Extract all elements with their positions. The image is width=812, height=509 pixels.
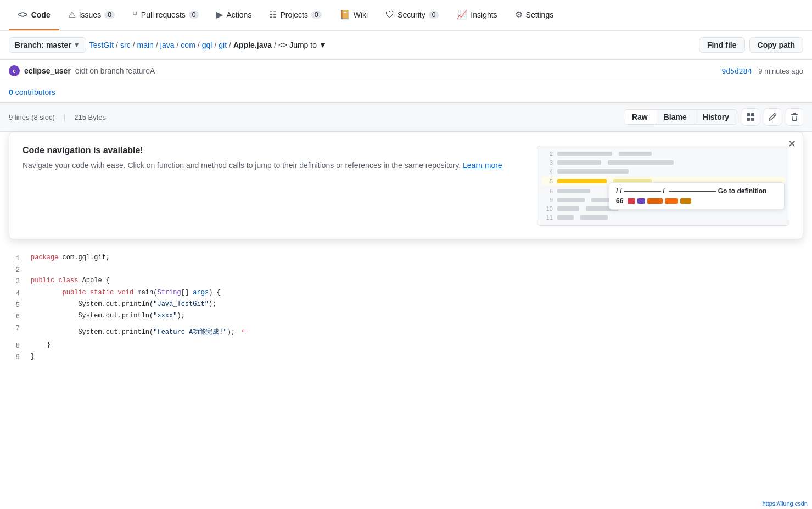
color-dot-red: [628, 198, 635, 204]
file-size: 215 Bytes: [74, 113, 106, 121]
issues-icon: ⚠: [68, 9, 76, 20]
code-line-5: 5 System.out.println("Java_TestGit");: [0, 299, 812, 311]
color-dot-orange3: [680, 198, 691, 204]
breadcrumb-path: TestGIt / src / main / java / com / gql …: [89, 41, 327, 49]
color-dot-purple: [637, 198, 645, 204]
code-line-9: 9 }: [0, 351, 812, 363]
learn-more-link[interactable]: Learn more: [463, 161, 502, 170]
breadcrumb-git[interactable]: git: [219, 41, 227, 49]
popup-title: Code navigation is available!: [23, 146, 524, 155]
jump-to[interactable]: <> Jump to ▼: [278, 41, 327, 49]
code-nav-popup: Code navigation is available! Navigate y…: [9, 132, 803, 239]
breadcrumb-right: Find file Copy path: [699, 37, 803, 53]
security-badge: 0: [429, 11, 439, 19]
color-dot-orange2: [665, 198, 678, 204]
red-arrow: ←: [235, 322, 248, 340]
breadcrumb-main[interactable]: main: [137, 41, 154, 49]
wiki-icon: 📔: [339, 9, 350, 20]
security-icon: 🛡: [385, 10, 394, 20]
nav-code[interactable]: <> Code: [9, 0, 59, 30]
chevron-down-icon: ▼: [74, 41, 80, 49]
code-line-1: 1 package com.gql.git;: [0, 253, 812, 264]
preview-line-11: 11: [542, 214, 785, 221]
code-line-6: 6 System.out.println("xxxx");: [0, 311, 812, 322]
branch-name: master: [46, 41, 71, 49]
popup-preview: 2 3 4 5 6: [537, 146, 789, 226]
code-icon: <>: [18, 10, 28, 20]
nav-security-label: Security: [397, 10, 425, 19]
history-button[interactable]: History: [695, 109, 737, 125]
code-line-3: 3 public class Apple {: [0, 276, 812, 287]
breadcrumb-repo[interactable]: TestGIt: [89, 41, 114, 49]
code-line-4: 4 public static void main(String[] args)…: [0, 288, 812, 299]
file-info-bar: 9 lines (8 sloc) | 215 Bytes Raw Blame H…: [0, 103, 812, 132]
branch-label: Branch:: [15, 41, 44, 49]
raw-button[interactable]: Raw: [624, 109, 656, 125]
contributors-link[interactable]: 0 contributors: [9, 88, 55, 97]
preview-line-2: 2: [542, 150, 785, 157]
contributors-bar: 0 contributors: [0, 82, 812, 103]
edit-icon-button[interactable]: [764, 108, 781, 126]
breadcrumb-src[interactable]: src: [120, 41, 131, 49]
jump-to-label: <> Jump to: [278, 41, 317, 49]
avatar: e: [9, 65, 20, 76]
nav-settings-label: Settings: [526, 10, 554, 19]
nav-pullrequests[interactable]: ⑂ Pull requests 0: [124, 0, 208, 30]
code-line-8: 8 }: [0, 340, 812, 351]
code-line-2: 2: [0, 264, 812, 276]
nav-issues-label: Issues: [79, 10, 101, 19]
code-container: Code navigation is available! Navigate y…: [0, 132, 812, 363]
nav-settings[interactable]: ⚙ Settings: [506, 0, 563, 30]
commit-left: e eclipse_user eidt on branch featureA: [9, 65, 155, 76]
projects-icon: ☷: [269, 9, 277, 20]
breadcrumb-filename: Apple.java: [233, 41, 272, 49]
nav-pr-label: Pull requests: [141, 10, 186, 19]
code-nav-tooltip: / / ──────── / ────────── Go to definiti…: [609, 182, 785, 210]
nav-projects[interactable]: ☷ Projects 0: [260, 0, 330, 30]
nav-actions[interactable]: ▶ Actions: [208, 0, 260, 30]
nav-actions-label: Actions: [226, 10, 251, 19]
popup-desc: Navigate your code with ease. Click on f…: [23, 160, 524, 171]
branch-selector[interactable]: Branch: master ▼: [9, 37, 86, 53]
commit-author[interactable]: eclipse_user: [24, 66, 71, 75]
code-line-7: 7 System.out.println("Feature A功能完成!"); …: [0, 322, 812, 340]
nav-wiki-label: Wiki: [354, 10, 368, 19]
display-icon-button[interactable]: [742, 108, 759, 126]
breadcrumb-java[interactable]: java: [160, 41, 175, 49]
nav-insights-label: Insights: [471, 10, 497, 19]
breadcrumb-bar: Branch: master ▼ TestGIt / src / main / …: [0, 31, 812, 60]
copy-path-button[interactable]: Copy path: [749, 37, 803, 53]
svg-rect-0: [747, 113, 750, 116]
nav-wiki[interactable]: 📔 Wiki: [331, 0, 377, 30]
commit-message: eidt on branch featureA: [75, 66, 155, 75]
breadcrumb-com[interactable]: com: [181, 41, 195, 49]
svg-rect-3: [751, 118, 754, 121]
preview-lines: 2 3 4 5 6: [542, 150, 785, 221]
nav-issues[interactable]: ⚠ Issues 0: [59, 0, 124, 30]
nav-code-label: Code: [31, 10, 51, 19]
top-nav: <> Code ⚠ Issues 0 ⑂ Pull requests 0 ▶ A…: [0, 0, 812, 31]
file-lines: 9 lines (8 sloc): [9, 113, 55, 121]
commit-sha[interactable]: 9d5d284: [722, 67, 752, 75]
svg-rect-1: [751, 113, 754, 116]
popup-close-button[interactable]: ✕: [788, 139, 796, 149]
preview-line-3: 3: [542, 159, 785, 166]
nav-insights[interactable]: 📈 Insights: [447, 0, 506, 30]
breadcrumb-gql[interactable]: gql: [202, 41, 212, 49]
issues-badge: 0: [104, 11, 115, 19]
nav-security[interactable]: 🛡 Security 0: [377, 0, 447, 30]
blame-button[interactable]: Blame: [656, 109, 695, 125]
file-action-buttons: Raw Blame History: [624, 109, 737, 125]
delete-icon-button[interactable]: [786, 108, 803, 126]
commit-right: 9d5d284 9 minutes ago: [722, 67, 803, 75]
settings-icon: ⚙: [515, 9, 523, 20]
pr-badge: 0: [189, 11, 199, 19]
pr-icon: ⑂: [132, 10, 138, 20]
file-stats: 9 lines (8 sloc) | 215 Bytes: [9, 113, 106, 121]
insights-icon: 📈: [456, 9, 467, 20]
actions-icon: ▶: [216, 9, 223, 20]
contributors-count: 0: [9, 88, 13, 97]
find-file-button[interactable]: Find file: [699, 37, 745, 53]
popup-text: Code navigation is available! Navigate y…: [23, 146, 524, 171]
go-to-definition-link[interactable]: Go to definition: [718, 187, 767, 195]
